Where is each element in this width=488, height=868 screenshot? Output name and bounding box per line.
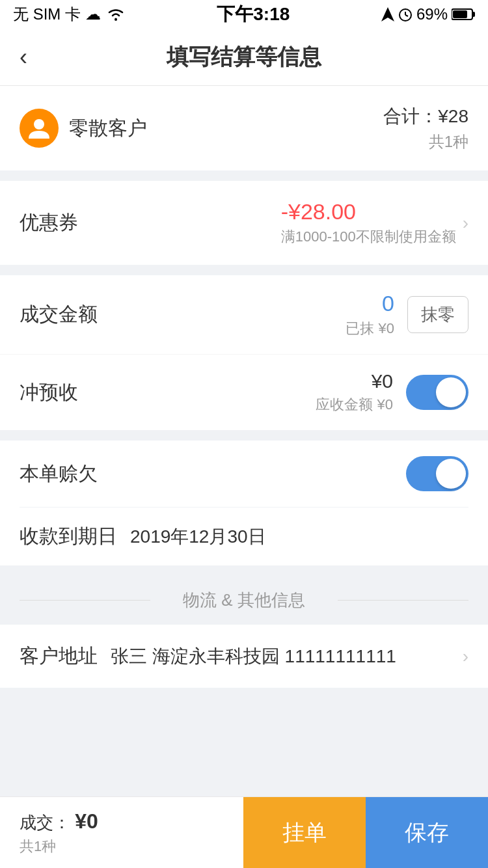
address-chevron-icon: › — [463, 646, 468, 667]
due-date-value[interactable]: 2019年12月30日 — [130, 524, 266, 549]
coupon-amount: -¥28.00 — [281, 199, 456, 224]
status-time: 下午3:18 — [217, 2, 290, 27]
svg-point-8 — [34, 119, 44, 129]
bottom-bar: 成交： ¥0 共1种 挂单 保存 — [0, 796, 488, 868]
status-bar: 无 SIM 卡 ☁ 下午3:18 69% — [0, 0, 488, 29]
bottom-deal: 成交： ¥0 — [20, 809, 224, 834]
bottom-info: 成交： ¥0 共1种 — [0, 809, 243, 856]
round-zero-button[interactable]: 抹零 — [407, 296, 468, 333]
coupon-chevron-icon: › — [463, 213, 468, 234]
battery-text: 69% — [416, 5, 448, 23]
precollect-amount: ¥0 — [316, 370, 393, 392]
debt-toggle-knob — [436, 459, 466, 489]
battery-icon — [452, 8, 475, 21]
bottom-deal-label: 成交： — [20, 813, 70, 832]
coupon-section: 优惠券 -¥28.00 满1000-100不限制使用金额 › — [0, 181, 488, 265]
precollect-sub: 应收金额 ¥0 — [316, 395, 393, 414]
debt-row: 本单赊欠 — [0, 441, 488, 507]
svg-point-0 — [115, 18, 117, 21]
customer-count: 共1种 — [383, 131, 468, 152]
transaction-label: 成交金额 — [20, 301, 98, 328]
content: 零散客户 合计：¥28 共1种 优惠券 -¥28.00 满1000-100不限制… — [0, 86, 488, 776]
status-left: 无 SIM 卡 ☁ — [13, 4, 126, 25]
svg-rect-6 — [472, 12, 475, 17]
page-title: 填写结算等信息 — [167, 42, 321, 72]
location-icon — [381, 7, 394, 21]
status-right: 69% — [381, 5, 475, 23]
customer-total: 合计：¥28 — [383, 104, 468, 129]
toggle-knob — [436, 377, 466, 407]
svg-marker-1 — [381, 7, 394, 21]
bottom-count: 共1种 — [20, 837, 224, 856]
logistics-divider: 物流 & 其他信息 — [0, 576, 488, 625]
wifi-icon — [106, 7, 126, 21]
svg-rect-7 — [453, 10, 467, 18]
coupon-right: -¥28.00 满1000-100不限制使用金额 › — [281, 199, 468, 247]
precollect-right: ¥0 应收金额 ¥0 — [316, 370, 468, 414]
save-label: 保存 — [405, 818, 449, 848]
coupon-row[interactable]: 优惠券 -¥28.00 满1000-100不限制使用金额 › — [0, 181, 488, 265]
transaction-right: 0 已抹 ¥0 抹零 — [346, 291, 468, 338]
customer-name: 零散客户 — [69, 115, 147, 142]
precollect-row: 冲预收 ¥0 应收金额 ¥0 — [0, 355, 488, 430]
coupon-label: 优惠券 — [20, 210, 78, 236]
transaction-row: 成交金额 0 已抹 ¥0 抹零 — [0, 275, 488, 355]
logistics-line-right — [338, 600, 468, 601]
hang-label: 挂单 — [282, 818, 327, 848]
nav-bar: ‹ 填写结算等信息 — [0, 29, 488, 86]
customer-section: 零散客户 合计：¥28 共1种 — [0, 86, 488, 170]
address-value: 张三 海淀永丰科技园 11111111111 — [111, 644, 456, 669]
bottom-deal-amount: ¥0 — [75, 809, 98, 833]
hang-button[interactable]: 挂单 — [243, 797, 366, 869]
transaction-section: 成交金额 0 已抹 ¥0 抹零 冲预收 ¥0 应收金额 ¥0 — [0, 275, 488, 430]
customer-left: 零散客户 — [20, 109, 147, 148]
coupon-desc: 满1000-100不限制使用金额 — [281, 227, 456, 247]
precollect-values: ¥0 应收金额 ¥0 — [316, 370, 393, 414]
transaction-input-area: 0 已抹 ¥0 — [346, 291, 394, 338]
logistics-line-left — [20, 600, 150, 601]
coupon-value-area: -¥28.00 满1000-100不限制使用金额 — [281, 199, 456, 247]
alarm-icon — [398, 7, 413, 21]
debt-toggle[interactable] — [406, 456, 468, 491]
customer-right: 合计：¥28 共1种 — [383, 104, 468, 152]
svg-line-4 — [405, 15, 408, 16]
precollect-label: 冲预收 — [20, 379, 78, 406]
transaction-value[interactable]: 0 — [346, 291, 394, 316]
no-sim-text: 无 SIM 卡 ☁ — [13, 4, 101, 25]
customer-avatar — [20, 109, 59, 148]
transaction-sub: 已抹 ¥0 — [346, 319, 394, 338]
logistics-text: 物流 & 其他信息 — [183, 589, 305, 612]
customer-row: 零散客户 合计：¥28 共1种 — [0, 86, 488, 170]
save-button[interactable]: 保存 — [366, 797, 488, 869]
back-button[interactable]: ‹ — [20, 44, 27, 71]
due-date-row: 收款到期日 2019年12月30日 — [0, 508, 488, 565]
precollect-toggle[interactable] — [406, 375, 468, 410]
address-row[interactable]: 客户地址 张三 海淀永丰科技园 11111111111 › — [0, 625, 488, 688]
person-icon — [27, 116, 51, 140]
address-label: 客户地址 — [20, 643, 98, 670]
due-date-label: 收款到期日 — [20, 523, 117, 550]
debt-section: 本单赊欠 收款到期日 2019年12月30日 — [0, 441, 488, 565]
address-section: 客户地址 张三 海淀永丰科技园 11111111111 › — [0, 625, 488, 688]
debt-label: 本单赊欠 — [20, 461, 98, 487]
